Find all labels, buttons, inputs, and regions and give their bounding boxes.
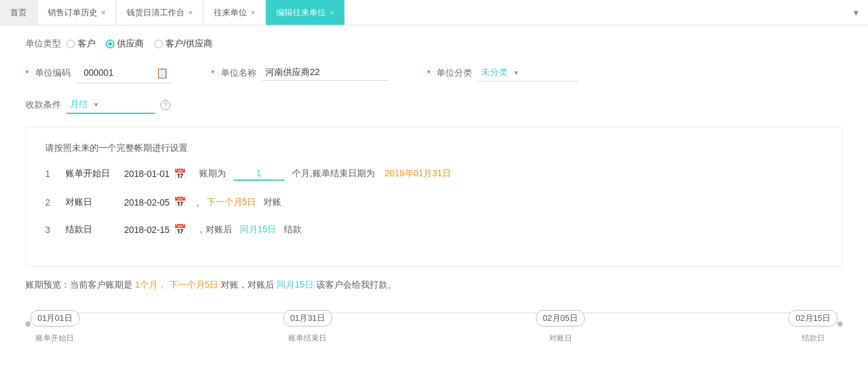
date-input-1: 2018-01-01 📅 [124, 168, 186, 180]
payment-date-teal: 同月15日 [240, 224, 277, 236]
radio-customer-label: 客户 [78, 38, 95, 50]
date-input-3: 2018-02-15 📅 [124, 223, 186, 236]
preview-payment: 同月15日 [277, 279, 314, 290]
close-tab-cash[interactable]: × [188, 8, 193, 17]
timeline-nodes: 01月01日 账单开始日 01月31日 账单结束日 02月05日 对账日 02月… [31, 310, 837, 344]
payment-desc-prefix: ，对账后 [197, 224, 232, 236]
close-tab-sales[interactable]: × [101, 8, 106, 17]
unit-code-input-wrapper: 📋 [76, 62, 172, 83]
timeline-node-3: 02月05日 对账日 [536, 310, 585, 344]
node-label-2: 账单结束日 [288, 333, 326, 344]
reconcile-suffix: 对账 [263, 197, 281, 208]
radio-supplier[interactable]: 供应商 [106, 38, 144, 50]
unit-code-input[interactable] [80, 65, 156, 80]
unit-code-required-star: * [25, 68, 29, 78]
preview-period-suffix: 下一个月5日 [169, 279, 219, 290]
radio-both[interactable]: 客户/供应商 [154, 38, 213, 50]
payment-terms-value: 月结 [70, 99, 88, 110]
calendar-icon-3[interactable]: 📅 [174, 223, 186, 236]
radio-customer-circle [66, 39, 75, 48]
unit-category-select[interactable]: 未分类 ▼ [477, 64, 579, 81]
unit-type-row: 单位类型 客户 供应商 客户/供应商 [25, 38, 843, 50]
date-text-3: 2018-02-15 [124, 225, 170, 235]
payment-suffix: 结款 [284, 224, 302, 236]
row-label-2: 对账日 [66, 197, 116, 208]
unit-info-row: * 单位编码 📋 * 单位名称 * 单位分类 未分类 ▼ [25, 62, 843, 83]
tab-edit-partner[interactable]: 编辑往来单位 × [266, 0, 345, 25]
timeline-line [31, 313, 837, 313]
date-input-2: 2018-02-05 📅 [124, 196, 186, 208]
preview-text: 账期预览：当前客户账期是 1个月， 下一个月5日 对账，对账后 同月15日 该客… [25, 279, 843, 291]
node-label-1: 账单开始日 [36, 333, 74, 344]
period-suffix: 个月,账单结束日期为 [292, 168, 375, 179]
timeline-node-2: 01月31日 账单结束日 [283, 310, 332, 344]
end-date: 2018年01月31日 [385, 168, 451, 179]
tab-partner-units[interactable]: 往来单位 × [204, 0, 266, 25]
unit-code-copy-icon[interactable]: 📋 [156, 67, 169, 79]
unit-code-label: 单位编码 [35, 67, 71, 79]
node-pill-1: 01月01日 [31, 310, 80, 327]
row-label-3: 结款日 [66, 224, 116, 236]
unit-type-group: 单位类型 客户 供应商 客户/供应商 [25, 38, 213, 50]
timeline-node-4: 02月15日 结款日 [788, 310, 837, 344]
node-pill-3: 02月05日 [536, 310, 585, 327]
calendar-icon-2[interactable]: 📅 [174, 196, 186, 208]
unit-category-value: 未分类 [481, 67, 508, 78]
tab-home[interactable]: 首页 [0, 0, 38, 25]
period-prefix: 账期为 [199, 168, 226, 179]
unit-code-group: * 单位编码 📋 [25, 62, 172, 83]
unit-name-group: * 单位名称 [211, 65, 388, 81]
close-tab-partner[interactable]: × [251, 8, 255, 17]
reconcile-desc: , [197, 197, 199, 208]
payment-terms-row: 收款条件 月结 ▼ ? [25, 96, 843, 114]
setting-row-1: 1 账单开始日 2018-01-01 📅 账期为 个月,账单结束日期为 2018… [45, 167, 823, 181]
unit-name-required-star: * [211, 68, 214, 78]
payment-terms-label: 收款条件 [25, 99, 61, 111]
unit-name-label: 单位名称 [221, 67, 256, 79]
setting-row-2: 2 对账日 2018-02-05 📅 , 下一个月5日 对账 [45, 196, 823, 208]
calendar-icon-1[interactable]: 📅 [174, 168, 186, 180]
row-num-2: 2 [45, 197, 58, 208]
unit-category-group: * 单位分类 未分类 ▼ [427, 64, 579, 81]
reconcile-date-orange: 下一个月5日 [207, 197, 256, 208]
unit-type-radio-group: 客户 供应商 客户/供应商 [66, 38, 213, 50]
payment-terms-chevron: ▼ [93, 101, 99, 108]
radio-both-label: 客户/供应商 [165, 38, 213, 50]
radio-customer[interactable]: 客户 [66, 38, 95, 50]
unit-type-label: 单位类型 [25, 38, 61, 50]
timeline-start-dot [25, 321, 31, 327]
node-label-4: 结款日 [802, 333, 825, 344]
tab-sales-order-history[interactable]: 销售订单历史 × [38, 0, 116, 25]
unit-category-required-star: * [427, 68, 430, 78]
tab-expand-btn[interactable]: ▼ [844, 0, 868, 25]
date-text-1: 2018-01-01 [124, 169, 170, 179]
row-label-1: 账单开始日 [66, 168, 116, 179]
row-num-3: 3 [45, 225, 58, 235]
tab-cash-goods[interactable]: 钱货日清工作台 × [116, 0, 204, 25]
unit-category-label: 单位分类 [437, 67, 472, 79]
tab-bar: 首页 销售订单历史 × 钱货日清工作台 × 往来单位 × 编辑往来单位 × ▼ [0, 0, 868, 25]
node-pill-4: 02月15日 [788, 310, 837, 327]
preview-period: 1个月， [135, 279, 167, 290]
date-text-2: 2018-02-05 [124, 197, 170, 208]
radio-supplier-circle [106, 39, 115, 48]
period-value-input[interactable] [234, 167, 284, 181]
payment-terms-group: 收款条件 月结 ▼ ? [25, 96, 171, 114]
timeline-end-dot [837, 321, 843, 327]
radio-supplier-label: 供应商 [117, 38, 144, 50]
node-pill-2: 01月31日 [283, 310, 332, 327]
node-label-3: 对账日 [549, 333, 572, 344]
setting-box: 请按照未来的一个完整帐期进行设置 1 账单开始日 2018-01-01 📅 账期… [25, 127, 843, 267]
timeline: 01月01日 账单开始日 01月31日 账单结束日 02月05日 对账日 02月… [25, 304, 843, 356]
main-content: 单位类型 客户 供应商 客户/供应商 * 单位编码 [0, 25, 868, 387]
setting-row-3: 3 结款日 2018-02-15 📅 ，对账后 同月15日 结款 [45, 223, 823, 236]
unit-name-input[interactable] [262, 65, 389, 81]
setting-box-title: 请按照未来的一个完整帐期进行设置 [45, 143, 823, 154]
payment-terms-select[interactable]: 月结 ▼ [66, 96, 155, 114]
close-tab-edit-partner[interactable]: × [330, 8, 334, 17]
help-icon[interactable]: ? [160, 100, 171, 110]
radio-both-circle [154, 39, 163, 48]
unit-category-chevron: ▼ [513, 69, 519, 76]
timeline-node-1: 01月01日 账单开始日 [31, 310, 80, 344]
row-num-1: 1 [45, 169, 58, 179]
